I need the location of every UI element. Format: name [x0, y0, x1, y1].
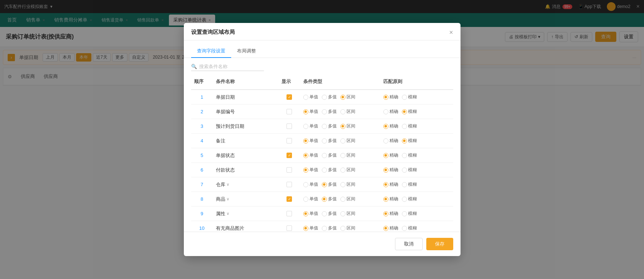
cell-display[interactable] — [278, 208, 300, 219]
radio-type-multi[interactable]: 多值 — [322, 109, 337, 115]
dialog-close-button[interactable]: × — [449, 29, 453, 36]
search-input[interactable] — [199, 64, 264, 69]
radio-match-fuzzy[interactable]: 模糊 — [402, 123, 417, 129]
radio-match-exact[interactable]: 精确 — [383, 152, 398, 158]
display-checkbox[interactable] — [287, 167, 292, 173]
radio-type-multi[interactable]: 多值 — [322, 211, 337, 217]
dialog-tab-query-fields[interactable]: 查询字段设置 — [191, 45, 231, 58]
cell-display[interactable] — [278, 179, 300, 190]
radio-type-multi[interactable]: 多值 — [322, 167, 337, 173]
radio-match-exact[interactable]: 精确 — [383, 167, 398, 173]
display-checkbox[interactable] — [287, 138, 292, 144]
cell-order: 2 — [191, 106, 213, 117]
radio-match-fuzzy[interactable]: 模糊 — [402, 94, 417, 100]
cell-display[interactable]: ✓ — [278, 193, 300, 205]
dialog: 设置查询区域布局 × 查询字段设置 布局调整 🔍 顺序 条件名称 显示 条件类型… — [184, 23, 461, 256]
radio-type-range[interactable]: 区间 — [340, 181, 355, 188]
table-row: 9属性∨单值多值区间精确模糊 — [191, 207, 453, 221]
display-checkbox[interactable]: ✓ — [287, 94, 292, 100]
display-checkbox[interactable] — [287, 211, 292, 216]
display-checkbox[interactable] — [287, 123, 292, 129]
cell-display[interactable] — [278, 135, 300, 146]
radio-type-range[interactable]: 区间 — [340, 94, 355, 100]
cell-display[interactable] — [278, 164, 300, 176]
radio-type-single[interactable]: 单值 — [303, 123, 318, 129]
display-checkbox[interactable] — [287, 225, 292, 231]
cell-condition-type: 单值多值区间 — [300, 91, 380, 103]
radio-type-range[interactable]: 区间 — [340, 152, 355, 158]
radio-type-range[interactable]: 区间 — [340, 167, 355, 173]
radio-match-exact[interactable]: 精确 — [383, 123, 398, 129]
cell-display[interactable] — [278, 121, 300, 132]
radio-type-single[interactable]: 单值 — [303, 181, 318, 188]
radio-type-single[interactable]: 单值 — [303, 196, 318, 202]
cell-condition-type: 单值多值区间 — [300, 178, 380, 190]
radio-match-fuzzy[interactable]: 模糊 — [402, 138, 417, 144]
cell-display[interactable]: ✓ — [278, 150, 300, 161]
cell-display[interactable]: ✓ — [278, 91, 300, 103]
radio-match-exact[interactable]: 精确 — [383, 225, 398, 231]
cell-display[interactable] — [278, 223, 300, 232]
display-checkbox[interactable]: ✓ — [287, 153, 292, 158]
save-button[interactable]: 保存 — [426, 238, 453, 250]
radio-type-single[interactable]: 单值 — [303, 167, 318, 173]
cell-name: 单据编号 — [213, 106, 278, 118]
radio-match-exact[interactable]: 精确 — [383, 196, 398, 202]
radio-match-exact[interactable]: 精确 — [383, 109, 398, 115]
radio-type-multi[interactable]: 多值 — [322, 225, 337, 231]
cell-order: 5 — [191, 150, 213, 161]
radio-match-exact[interactable]: 精确 — [383, 138, 398, 144]
radio-type-range[interactable]: 区间 — [340, 123, 355, 129]
dialog-table: 顺序 条件名称 显示 条件类型 匹配原则 1单据日期✓单值多值区间精确模糊2单据… — [184, 74, 461, 232]
radio-match-exact[interactable]: 精确 — [383, 94, 398, 100]
cell-match-rule: 精确模糊 — [380, 120, 453, 132]
table-row: 1单据日期✓单值多值区间精确模糊 — [191, 90, 453, 105]
table-row: 6付款状态单值多值区间精确模糊 — [191, 163, 453, 177]
radio-type-single[interactable]: 单值 — [303, 225, 318, 231]
cell-name: 商品∨ — [213, 193, 278, 205]
radio-match-fuzzy[interactable]: 模糊 — [402, 181, 417, 188]
radio-match-exact[interactable]: 精确 — [383, 181, 398, 188]
radio-match-fuzzy[interactable]: 模糊 — [402, 196, 417, 202]
radio-type-multi[interactable]: 多值 — [322, 94, 337, 100]
radio-type-single[interactable]: 单值 — [303, 138, 318, 144]
cell-condition-type: 单值多值区间 — [300, 120, 380, 132]
radio-type-multi[interactable]: 多值 — [322, 152, 337, 158]
cell-match-rule: 精确模糊 — [380, 135, 453, 147]
radio-type-multi[interactable]: 多值 — [322, 138, 337, 144]
radio-match-fuzzy[interactable]: 模糊 — [402, 109, 417, 115]
dialog-search: 🔍 — [184, 58, 461, 74]
cell-order: 4 — [191, 135, 213, 146]
cancel-button[interactable]: 取消 — [395, 238, 423, 250]
table-row: 7仓库∨单值多值区间精确模糊 — [191, 177, 453, 192]
dialog-overlay: 设置查询区域布局 × 查询字段设置 布局调整 🔍 顺序 条件名称 显示 条件类型… — [0, 0, 644, 279]
radio-type-single[interactable]: 单值 — [303, 94, 318, 100]
radio-type-range[interactable]: 区间 — [340, 225, 355, 231]
radio-type-single[interactable]: 单值 — [303, 211, 318, 217]
radio-type-multi[interactable]: 多值 — [322, 123, 337, 129]
cell-condition-type: 单值多值区间 — [300, 222, 380, 232]
radio-match-fuzzy[interactable]: 模糊 — [402, 152, 417, 158]
radio-match-exact[interactable]: 精确 — [383, 211, 398, 217]
cell-match-rule: 精确模糊 — [380, 193, 453, 205]
header-display: 显示 — [278, 77, 300, 86]
radio-type-range[interactable]: 区间 — [340, 138, 355, 144]
radio-type-single[interactable]: 单值 — [303, 109, 318, 115]
radio-match-fuzzy[interactable]: 模糊 — [402, 225, 417, 231]
radio-type-range[interactable]: 区间 — [340, 196, 355, 202]
cell-match-rule: 精确模糊 — [380, 106, 453, 118]
radio-type-multi[interactable]: 多值 — [322, 181, 337, 188]
radio-type-range[interactable]: 区间 — [340, 211, 355, 217]
radio-type-range[interactable]: 区间 — [340, 109, 355, 115]
dialog-tab-layout[interactable]: 布局调整 — [231, 45, 262, 58]
cell-display[interactable] — [278, 106, 300, 117]
display-checkbox[interactable] — [287, 182, 292, 187]
radio-type-multi[interactable]: 多值 — [322, 196, 337, 202]
radio-match-fuzzy[interactable]: 模糊 — [402, 211, 417, 217]
radio-type-single[interactable]: 单值 — [303, 152, 318, 158]
radio-match-fuzzy[interactable]: 模糊 — [402, 167, 417, 173]
cell-order: 3 — [191, 121, 213, 132]
display-checkbox[interactable]: ✓ — [287, 196, 292, 202]
cell-match-rule: 精确模糊 — [380, 208, 453, 220]
display-checkbox[interactable] — [287, 109, 292, 114]
